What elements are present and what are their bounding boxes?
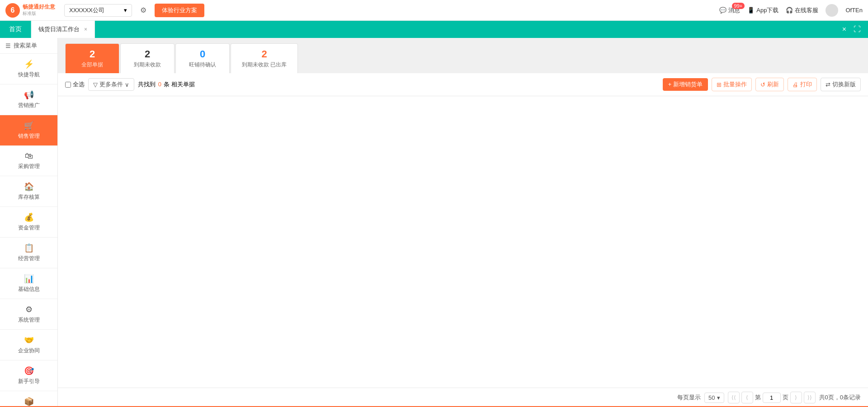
filter-icon: ▽ (93, 81, 98, 88)
select-all-checkbox[interactable]: 全选 (65, 80, 85, 89)
logo-text: 畅捷通好生意 标准版 (23, 4, 55, 16)
search-menu[interactable]: ☰ 搜索菜单 (0, 38, 57, 54)
batch-icon: ⊞ (717, 81, 722, 88)
avatar (826, 4, 838, 17)
sidebar-item-basic-info[interactable]: 📊 基础信息 (0, 268, 57, 299)
logo-title: 畅捷通好生意 (23, 4, 55, 10)
prev-page-button[interactable]: ⟨ (741, 392, 753, 403)
page-label: 第 (755, 393, 761, 402)
switch-icon: ⇄ (826, 81, 830, 88)
filter-label: 更多条件 (99, 80, 123, 89)
refresh-icon: ↺ (760, 81, 765, 88)
filter-count-suffix: 条 相关单据 (164, 81, 195, 88)
app-download-button[interactable]: 📱 App下载 (747, 6, 778, 14)
logo-icon: 6 (5, 3, 20, 18)
per-page-select[interactable]: 50 ▾ (704, 393, 724, 403)
user-name[interactable]: OfTEn (845, 7, 863, 14)
tab-close-icon[interactable]: × (84, 26, 87, 33)
chevron-down-icon: ▾ (124, 7, 127, 14)
tab-bar: 首页 钱货日清工作台 × × ⛶ (0, 21, 868, 38)
app-icon: 📱 (747, 7, 755, 14)
purchase-icon: 🛍 (25, 151, 33, 161)
sidebar-item-operations[interactable]: 📋 经营管理 (0, 238, 57, 268)
stat-tab-all[interactable]: 2 全部单据 (65, 43, 119, 73)
sidebar-item-app-center[interactable]: 📦 应用中心 (0, 391, 57, 407)
add-sale-order-button[interactable]: + 新增销货单 (663, 78, 708, 91)
filter-button[interactable]: ▽ 更多条件 ∨ (88, 78, 134, 91)
select-all-label: 全选 (73, 80, 85, 89)
print-button[interactable]: 🖨 打印 (788, 78, 817, 91)
chevron-down-icon: ∨ (125, 81, 129, 88)
sales-icon: 🛒 (24, 121, 34, 131)
sidebar-label-quick-nav: 快捷导航 (18, 71, 40, 79)
sidebar-item-quick-nav[interactable]: ⚡ 快捷导航 (0, 54, 57, 84)
per-page-value: 50 (708, 394, 715, 401)
refresh-label: 刷新 (767, 80, 779, 89)
next-page-button[interactable]: ⟩ (790, 392, 802, 403)
logo-area: 6 畅捷通好生意 标准版 (5, 3, 60, 18)
message-badge: 99+ (732, 3, 745, 9)
sidebar-label-finance: 资金管理 (18, 224, 40, 232)
stat-tab-pending[interactable]: 0 旺铺待确认 (175, 43, 230, 73)
switch-version-button[interactable]: ⇄ 切换新版 (821, 78, 861, 91)
trial-button[interactable]: 体验行业方案 (155, 4, 204, 17)
sidebar-label-purchase: 采购管理 (18, 163, 40, 170)
online-service-button[interactable]: 🎧 在线客服 (786, 6, 818, 14)
marketing-icon: 📢 (24, 90, 34, 100)
message-button[interactable]: 💬 消息 99+ (719, 6, 740, 14)
table-content-area (58, 96, 868, 388)
headset-icon: 🎧 (786, 7, 793, 14)
top-bar: 6 畅捷通好生意 标准版 XXXXXX公司 ▾ ⚙ 体验行业方案 💬 消息 99… (0, 0, 868, 21)
stat-label-shipped: 到期未收款 已出库 (242, 61, 287, 69)
message-icon: 💬 (719, 7, 726, 14)
sidebar: ☰ 搜索菜单 ⚡ 快捷导航 📢 营销推广 🛒 销售管理 🛍 采购管理 🏠 库存核… (0, 38, 58, 407)
last-page-button[interactable]: ⟩⟩ (804, 392, 816, 403)
stat-number-pending: 0 (200, 48, 205, 60)
tab-home[interactable]: 首页 (0, 21, 31, 38)
batch-operation-button[interactable]: ⊞ 批量操作 (712, 78, 752, 91)
company-name: XXXXXX公司 (69, 6, 104, 14)
select-all-input[interactable] (65, 82, 71, 88)
batch-label: 批量操作 (723, 80, 747, 89)
search-icon: ☰ (5, 42, 11, 49)
cooperation-icon: 🤝 (24, 335, 34, 345)
sidebar-item-guide[interactable]: 🎯 新手引导 (0, 360, 57, 391)
maximize-icon[interactable]: ⛶ (852, 23, 863, 35)
app-download-label: App下载 (756, 6, 778, 14)
logo-subtitle: 标准版 (23, 10, 55, 17)
sidebar-label-marketing: 营销推广 (18, 102, 40, 109)
per-page-label: 每页显示 (677, 393, 701, 402)
quick-nav-icon: ⚡ (24, 59, 34, 69)
main-layout: ☰ 搜索菜单 ⚡ 快捷导航 📢 营销推广 🛒 销售管理 🛍 采购管理 🏠 库存核… (0, 38, 868, 407)
sidebar-item-cooperation[interactable]: 🤝 企业协同 (0, 330, 57, 360)
toolbar-left: 全选 ▽ 更多条件 ∨ 共找到 0 条 相关单据 (65, 78, 659, 91)
stat-tab-due[interactable]: 2 到期未收款 (120, 43, 175, 73)
sidebar-item-system[interactable]: ⚙ 系统管理 (0, 299, 57, 330)
toolbar: 全选 ▽ 更多条件 ∨ 共找到 0 条 相关单据 + 新增销货单 ⊞ 批量操作 (58, 73, 868, 96)
stat-tab-shipped[interactable]: 2 到期未收款 已出库 (231, 43, 298, 73)
sidebar-label-cooperation: 企业协同 (18, 347, 40, 355)
sidebar-item-finance[interactable]: 💰 资金管理 (0, 207, 57, 238)
stat-number-shipped: 2 (262, 48, 267, 60)
tab-qianhuorichin[interactable]: 钱货日清工作台 × (31, 21, 95, 38)
settings-icon-btn[interactable]: ⚙ (137, 4, 150, 17)
guide-icon: 🎯 (24, 366, 34, 376)
finance-icon: 💰 (24, 212, 34, 222)
system-icon: ⚙ (25, 304, 33, 314)
top-bar-left: 6 畅捷通好生意 标准版 XXXXXX公司 ▾ ⚙ 体验行业方案 (5, 3, 204, 18)
sidebar-item-purchase[interactable]: 🛍 采购管理 (0, 146, 57, 176)
content-area: 2 全部单据 2 到期未收款 0 旺铺待确认 2 到期未收款 已出库 全选 (58, 38, 868, 407)
print-icon: 🖨 (793, 81, 798, 88)
refresh-button[interactable]: ↺ 刷新 (755, 78, 784, 91)
sidebar-item-sales[interactable]: 🛒 销售管理 (0, 115, 57, 146)
page-input[interactable]: 1 (763, 393, 781, 403)
sidebar-label-guide: 新手引导 (18, 378, 40, 385)
inventory-icon: 🏠 (24, 182, 34, 192)
company-selector[interactable]: XXXXXX公司 ▾ (64, 4, 132, 17)
sidebar-item-inventory[interactable]: 🏠 库存核算 (0, 176, 57, 207)
stat-label-all: 全部单据 (81, 61, 103, 69)
first-page-button[interactable]: ⟨⟨ (728, 392, 740, 403)
close-window-icon[interactable]: × (840, 23, 848, 35)
page-suffix: 页 (783, 393, 788, 402)
sidebar-item-marketing[interactable]: 📢 营销推广 (0, 84, 57, 115)
